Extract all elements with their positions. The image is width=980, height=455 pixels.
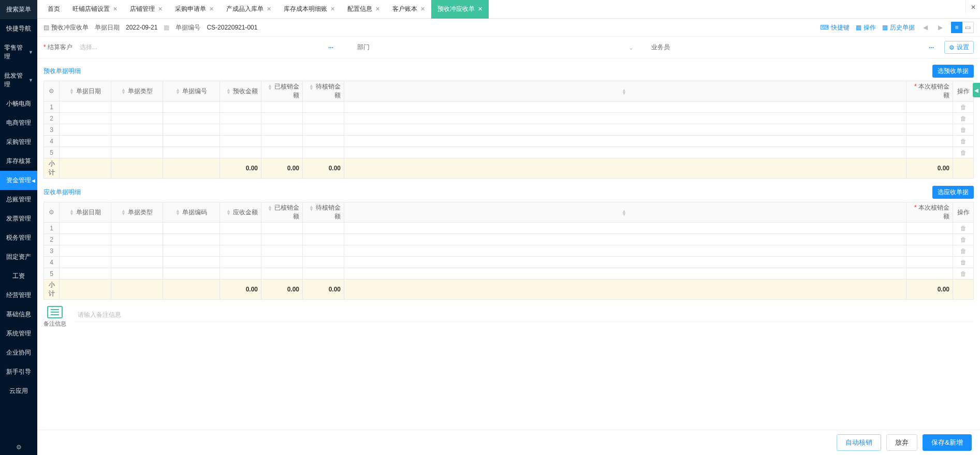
col-done[interactable]: ▲▼已核销金额 [261,81,303,101]
history-link[interactable]: ▦历史单据 [882,23,915,32]
sidebar-item-2[interactable]: 零售管理▼ [0,38,37,66]
sidebar-item-17[interactable]: 企业协同 [0,343,37,362]
tab-close-icon[interactable]: ✕ [113,6,118,12]
table-row[interactable]: 1🗑 [44,101,974,113]
delete-row-icon[interactable]: 🗑 [960,270,967,277]
delete-row-icon[interactable]: 🗑 [960,247,967,255]
table-row[interactable]: 5🗑 [44,147,974,158]
table-row[interactable]: 5🗑 [44,268,974,280]
card-view-button[interactable]: ▭ [962,22,974,33]
gear-header[interactable]: ⚙ [44,81,60,101]
tab-4[interactable]: 产成品入库单✕ [220,0,277,19]
col-amt[interactable]: ▲▼预收金额 [220,81,261,101]
delete-row-icon[interactable]: 🗑 [960,115,967,122]
sidebar-settings-icon[interactable]: ⚙ [0,439,37,455]
tab-close-icon[interactable]: ✕ [267,6,271,12]
sales-more-button[interactable]: ··· [929,44,934,51]
table-row[interactable]: 3🗑 [44,124,974,136]
col-date[interactable]: ▲▼单据日期 [60,81,111,101]
delete-row-icon[interactable]: 🗑 [960,236,967,243]
action-link[interactable]: ▦操作 [856,23,876,32]
table-row[interactable]: 1🗑 [44,223,974,234]
sidebar-item-10[interactable]: 发票管理 [0,209,37,228]
sidebar-item-19[interactable]: 云应用 [0,381,37,401]
tab-close-icon[interactable]: ✕ [209,6,214,12]
table-row[interactable]: 2🗑 [44,234,974,245]
tab-7[interactable]: 客户账本✕ [386,0,431,19]
sidebar-item-18[interactable]: 新手引导 [0,362,37,381]
delete-row-icon[interactable]: 🗑 [960,138,967,145]
calendar-icon[interactable]: ▦ [164,24,169,31]
customer-more-button[interactable]: ··· [328,44,333,51]
dept-input[interactable] [374,41,624,53]
delete-row-icon[interactable]: 🗑 [960,149,967,156]
tab-close-icon[interactable]: ✕ [420,6,425,12]
select-receivable-button[interactable]: 选应收单据 [932,186,974,199]
remark-input[interactable] [75,308,974,322]
sidebar-item-3[interactable]: 批发管理▼ [0,66,37,94]
col-no[interactable]: ▲▼单据编号 [163,81,220,101]
shortcut-link[interactable]: ⌨快捷键 [820,23,850,32]
sidebar-item-15[interactable]: 基础信息 [0,305,37,324]
tab-1[interactable]: 旺铺店铺设置✕ [66,0,124,19]
table-row[interactable]: 4🗑 [44,136,974,147]
sidebar-item-16[interactable]: 系统管理 [0,324,37,343]
tab-close-icon[interactable]: ✕ [158,6,163,12]
sidebar-item-14[interactable]: 经营管理 [0,286,37,305]
col-type[interactable]: ▲▼单据类型 [111,202,163,223]
docno-label: 单据编号 [175,23,200,32]
gear-header[interactable]: ⚙ [44,202,60,223]
delete-row-icon[interactable]: 🗑 [960,225,967,232]
customer-input[interactable] [77,41,324,53]
next-doc-button[interactable]: ▶ [936,24,945,31]
prev-doc-button[interactable]: ◀ [921,24,930,31]
sidebar-item-7[interactable]: 库存核算 [0,152,37,171]
col-type[interactable]: ▲▼单据类型 [111,81,163,101]
list-view-button[interactable]: ≡ [951,22,962,33]
sidebar-item-8[interactable]: 资金管理◀ [0,171,37,190]
settings-button[interactable]: ⚙设置 [944,41,974,54]
tab-close-icon[interactable]: ✕ [375,6,380,12]
tab-6[interactable]: 配置信息✕ [341,0,386,19]
sales-input[interactable] [674,41,925,53]
delete-row-icon[interactable]: 🗑 [960,126,967,134]
sidebar-item-11[interactable]: 税务管理 [0,228,37,247]
table-row[interactable]: 4🗑 [44,257,974,268]
sidebar-item-5[interactable]: 电商管理 [0,113,37,133]
delete-row-icon[interactable]: 🗑 [960,259,967,266]
sidebar-item-9[interactable]: 总账管理 [0,190,37,209]
sidebar-item-1[interactable]: 快捷导航 [0,19,37,38]
col-this[interactable]: 本次核销金额 [906,81,953,101]
col-amt[interactable]: ▲▼应收金额 [220,202,261,223]
col-done[interactable]: ▲▼已核销金额 [261,202,303,223]
close-all-tabs-button[interactable]: ✕ [966,0,980,14]
sidebar-item-6[interactable]: 采购管理 [0,133,37,152]
tab-close-icon[interactable]: ✕ [478,6,482,12]
tab-3[interactable]: 采购申请单✕ [169,0,220,19]
side-drawer-toggle[interactable]: ◀ [973,83,980,97]
sidebar-item-13[interactable]: 工资 [0,267,37,286]
sidebar-item-4[interactable]: 小畅电商 [0,94,37,113]
col-pending[interactable]: ▲▼待核销金额 [303,202,344,223]
delete-row-icon[interactable]: 🗑 [960,104,967,111]
col-date[interactable]: ▲▼单据日期 [60,202,111,223]
table-row[interactable]: 2🗑 [44,113,974,124]
select-prepay-button[interactable]: 选预收单据 [932,65,974,78]
tab-close-icon[interactable]: ✕ [330,6,335,12]
dept-dropdown-icon[interactable]: ⌄ [628,44,634,51]
date-value[interactable]: 2022-09-21 [126,24,157,31]
col-this[interactable]: 本次核销金额 [906,202,953,223]
discard-button[interactable]: 放弃 [886,434,917,451]
col-spacer: ▲▼ [344,81,906,101]
auto-verify-button[interactable]: 自动核销 [837,434,881,451]
tab-5[interactable]: 库存成本明细账✕ [277,0,341,19]
tab-8[interactable]: 预收冲应收单✕ [431,0,489,19]
save-new-button[interactable]: 保存&新增 [923,434,972,451]
sidebar-item-12[interactable]: 固定资产 [0,247,37,267]
table-row[interactable]: 3🗑 [44,245,974,257]
col-no[interactable]: ▲▼单据编码 [163,202,220,223]
tab-0[interactable]: 首页 [41,0,66,19]
col-pending[interactable]: ▲▼待核销金额 [303,81,344,101]
tab-2[interactable]: 店铺管理✕ [124,0,169,19]
sidebar-item-0[interactable]: 搜索菜单 [0,0,37,19]
